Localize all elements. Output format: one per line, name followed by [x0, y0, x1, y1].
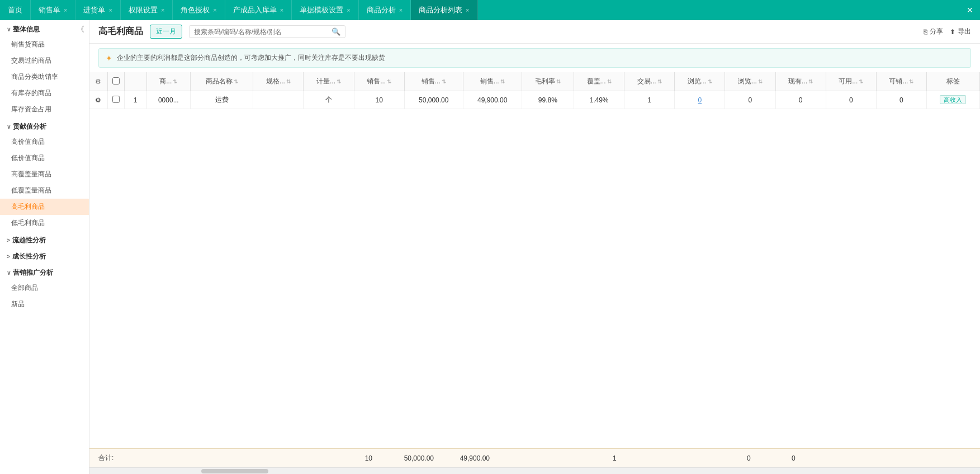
sidebar-group-marketing: ∨营销推广分析全部商品新品 — [0, 264, 89, 312]
sidebar-item-inventory-capital[interactable]: 库存资金占用 — [0, 101, 89, 118]
tab-close-sales-order[interactable]: × — [64, 7, 67, 13]
sidebar-group-label-growth: 成长性分析 — [12, 252, 46, 261]
tab-close-product-analysis-list[interactable]: × — [466, 7, 469, 13]
tab-close-role-auth[interactable]: × — [213, 7, 216, 13]
col-header-browse1[interactable]: 浏览...⇅ — [675, 72, 725, 91]
nav-tab-sales-order[interactable]: 销售单× — [31, 0, 75, 20]
footer-cells: 10 50,000.00 49,900.00 1 0 0 — [122, 454, 971, 462]
sort-icon-saleable_stock[interactable]: ⇅ — [909, 78, 913, 85]
nav-tab-purchase-order[interactable]: 进货单× — [75, 0, 120, 20]
sort-icon-browse1[interactable]: ⇅ — [708, 78, 712, 85]
sidebar-group-overall: ∨整体信息销售货商品交易过的商品商品分类助销率有库存的商品库存资金占用 — [0, 20, 89, 118]
sort-icon-unit[interactable]: ⇅ — [337, 78, 341, 85]
sidebar-group-title-financial[interactable]: ∨贡献值分析 — [0, 118, 89, 134]
col-header-sales_amount[interactable]: 销售...⇅ — [404, 72, 463, 91]
sort-icon-browse2[interactable]: ⇅ — [758, 78, 763, 85]
total-label: 合计: — [98, 453, 113, 463]
sidebar-item-all-products[interactable]: 全部商品 — [0, 280, 89, 296]
col-header-browse2[interactable]: 浏览...⇅ — [725, 72, 775, 91]
sidebar-item-new-products[interactable]: 新品 — [0, 296, 89, 312]
app-close-button[interactable]: ✕ — [960, 0, 980, 20]
nav-tab-product-analysis-list[interactable]: 商品分析列表× — [411, 0, 477, 20]
sort-icon-sales_amount[interactable]: ⇅ — [442, 78, 446, 85]
nav-tab-product-inbound[interactable]: 产成品入库单× — [225, 0, 292, 20]
share-button[interactable]: ⎘ 分享 — [924, 27, 943, 36]
horizontal-scrollbar[interactable] — [89, 467, 980, 474]
col-header-checkbox — [107, 72, 124, 91]
col-header-saleable_stock[interactable]: 可销...⇅ — [876, 72, 926, 91]
browse1-link[interactable]: 0 — [698, 96, 702, 104]
col-header-sku_code[interactable]: 商...⇅ — [146, 72, 191, 91]
footer-spacer4 — [257, 454, 301, 462]
tab-close-product-analysis[interactable]: × — [399, 7, 403, 13]
period-button[interactable]: 近一月 — [150, 25, 182, 39]
cell-value: 49,900.00 — [477, 96, 507, 104]
sidebar-item-sales-products[interactable]: 销售货商品 — [0, 36, 89, 53]
nav-tab-home[interactable]: 首页 — [0, 0, 31, 20]
footer-spacer7 — [547, 454, 592, 462]
cell-value: 1.49% — [590, 96, 609, 104]
nav-tab-permission-settings[interactable]: 权限设置× — [121, 0, 173, 20]
sidebar-item-traded-products[interactable]: 交易过的商品 — [0, 53, 89, 69]
sort-icon-coverage[interactable]: ⇅ — [607, 78, 612, 85]
sidebar-item-low-margin[interactable]: 低毛利商品 — [0, 215, 89, 231]
nav-tab-order-template[interactable]: 单据模板设置× — [292, 0, 358, 20]
tab-close-order-template[interactable]: × — [347, 7, 350, 13]
sort-icon-sales_qty[interactable]: ⇅ — [387, 78, 391, 85]
sidebar-item-high-margin[interactable]: 高毛利商品 — [0, 199, 89, 215]
sidebar-group-title-overall[interactable]: ∨整体信息 — [0, 20, 89, 36]
sort-icon-trade_count[interactable]: ⇅ — [657, 78, 662, 85]
sort-icon-product_name[interactable]: ⇅ — [234, 78, 238, 85]
footer-spacer5 — [301, 454, 346, 462]
col-label-current_stock: 现有... — [788, 77, 807, 86]
sidebar-item-high-value[interactable]: 高价值商品 — [0, 134, 89, 150]
sort-icon-sales_cost[interactable]: ⇅ — [500, 78, 505, 85]
col-header-available_stock[interactable]: 可用...⇅ — [826, 72, 876, 91]
col-label-unit: 计量... — [316, 77, 335, 86]
scrollbar-thumb[interactable] — [201, 469, 268, 473]
sidebar-group-title-growth[interactable]: >成长性分析 — [0, 247, 89, 264]
sidebar-item-low-sales-vol[interactable]: 低覆盖量商品 — [0, 182, 89, 199]
footer-spacer2 — [167, 454, 212, 462]
row-checkbox[interactable] — [112, 96, 120, 103]
share-icon: ⎘ — [924, 28, 927, 36]
col-label-tag: 标签 — [946, 77, 960, 86]
sidebar-item-in-stock[interactable]: 有库存的商品 — [0, 85, 89, 101]
sort-icon-gross_margin[interactable]: ⇅ — [556, 78, 561, 85]
col-header-current_stock[interactable]: 现有...⇅ — [775, 72, 826, 91]
table-cell: 0000... — [146, 91, 191, 109]
sidebar-item-product-conversion[interactable]: 商品分类助销率 — [0, 69, 89, 85]
col-header-sales_qty[interactable]: 销售...⇅ — [354, 72, 404, 91]
select-all-checkbox[interactable] — [112, 77, 120, 85]
col-header-trade_count[interactable]: 交易...⇅ — [624, 72, 675, 91]
table-cell: 0 — [876, 91, 926, 109]
tab-close-permission-settings[interactable]: × — [161, 7, 164, 13]
tab-close-purchase-order[interactable]: × — [108, 7, 112, 13]
col-header-coverage[interactable]: 覆盖...⇅ — [574, 72, 624, 91]
sidebar-group-title-marketing[interactable]: ∨营销推广分析 — [0, 264, 89, 280]
col-header-row_num — [124, 72, 146, 91]
sort-icon-spec[interactable]: ⇅ — [286, 78, 291, 85]
sort-icon-available_stock[interactable]: ⇅ — [859, 78, 863, 85]
sidebar-item-high-sales-vol[interactable]: 高覆盖量商品 — [0, 166, 89, 182]
cell-value: 个 — [325, 96, 332, 104]
col-header-sales_cost[interactable]: 销售...⇅ — [463, 72, 522, 91]
sort-icon-sku_code[interactable]: ⇅ — [173, 78, 177, 85]
sort-icon-current_stock[interactable]: ⇅ — [808, 78, 813, 85]
col-header-spec[interactable]: 规格...⇅ — [253, 72, 304, 91]
sidebar-collapse-button[interactable]: 《 — [77, 25, 84, 35]
col-label-gross_margin: 毛利率 — [535, 77, 555, 86]
search-icon[interactable]: 🔍 — [332, 27, 340, 36]
col-header-unit[interactable]: 计量...⇅ — [304, 72, 354, 91]
footer-trade-count: 1 — [592, 454, 637, 462]
search-input[interactable] — [194, 28, 332, 36]
col-header-product_name[interactable]: 商品名称⇅ — [191, 72, 253, 91]
sidebar-group-title-trend[interactable]: >流趋性分析 — [0, 231, 89, 247]
sidebar-item-low-value[interactable]: 低价值商品 — [0, 150, 89, 166]
nav-tab-role-auth[interactable]: 角色授权× — [173, 0, 225, 20]
col-header-gross_margin[interactable]: 毛利率⇅ — [522, 72, 574, 91]
export-button[interactable]: ⬆ 导出 — [950, 27, 971, 36]
settings-icon[interactable]: ⚙ — [95, 78, 101, 86]
tab-close-product-inbound[interactable]: × — [280, 7, 283, 13]
nav-tab-product-analysis[interactable]: 商品分析× — [359, 0, 411, 20]
